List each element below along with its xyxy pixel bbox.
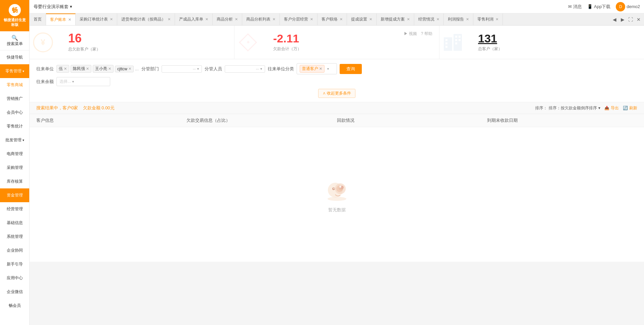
tab-product-analysis-close[interactable]: ✕ xyxy=(235,17,238,22)
sidebar-system-label: 系统管理 xyxy=(7,234,23,240)
tab-commission-settings[interactable]: 提成设置 ✕ xyxy=(347,13,377,25)
tab-close-all-btn[interactable]: ✕ xyxy=(635,16,642,23)
filter-tag-wang-remove[interactable]: ✕ xyxy=(108,67,111,71)
tab-retail-profit-close[interactable]: ✕ xyxy=(496,17,499,22)
tab-profit-report[interactable]: 利润报告 ✕ xyxy=(444,13,473,25)
sidebar-item-enterprise[interactable]: 企业协同 xyxy=(0,244,29,257)
tab-customer-tier-close[interactable]: ✕ xyxy=(310,17,313,22)
sidebar-app-center-label: 应用中心 xyxy=(7,275,23,281)
tab-new-commission-close[interactable]: ✕ xyxy=(407,17,410,22)
sidebar-item-retail-shop[interactable]: 零售商城 xyxy=(0,78,29,92)
sort-selector[interactable]: 排序： 排序：按欠款金额倒序排序 ▾ xyxy=(535,105,600,111)
sidebar-item-inventory[interactable]: 库存核算 xyxy=(0,175,29,188)
tab-new-commission[interactable]: 新增提成方案 ✕ xyxy=(377,13,414,25)
tab-profit-report-close[interactable]: ✕ xyxy=(466,17,469,22)
tab-product-analysis-list-close[interactable]: ✕ xyxy=(272,17,275,22)
message-label: 消息 xyxy=(573,4,582,10)
sidebar-item-fast-nav[interactable]: 快捷导航 xyxy=(0,50,29,64)
tab-product-analysis[interactable]: 商品分析 ✕ xyxy=(213,13,242,25)
tab-business-status[interactable]: 经营情况 ✕ xyxy=(414,13,444,25)
app-download-btn[interactable]: 📱 App下载 xyxy=(587,4,610,10)
results-bar: 搜索结果中，客户0家 欠款金额 0.00元 排序： 排序：按欠款金额倒序排序 ▾… xyxy=(30,102,644,114)
tab-expand-btn[interactable]: ⛶ xyxy=(627,16,634,23)
person-filter-label: 分管人员 xyxy=(205,66,222,72)
filter-tag-cjttcw-remove[interactable]: ✕ xyxy=(128,67,131,71)
table-header-debt-info: 欠款交易信息（占比） xyxy=(186,117,337,123)
svg-rect-8 xyxy=(445,46,447,48)
help-link[interactable]: ? 帮助 xyxy=(421,31,432,37)
tab-inbound-stats[interactable]: 进货单统计表（按商品） ✕ xyxy=(117,13,175,25)
sidebar-item-member[interactable]: 会员中心 xyxy=(0,106,29,119)
tab-commission-settings-close[interactable]: ✕ xyxy=(369,17,372,22)
tab-purchase-order-stats[interactable]: 采购订单统计表 ✕ xyxy=(76,13,117,25)
sidebar-item-finance[interactable]: 资金管理 xyxy=(0,188,29,202)
collapse-filter-btn[interactable]: ∧ 收起更多条件 xyxy=(318,89,355,98)
sidebar-item-system[interactable]: 系统管理 xyxy=(0,230,29,244)
message-btn[interactable]: ✉ 消息 xyxy=(568,4,582,10)
tab-product-inbound[interactable]: 产成品入库单 ✕ xyxy=(175,13,213,25)
tab-home[interactable]: 首页 xyxy=(30,13,46,25)
tab-inbound-stats-close[interactable]: ✕ xyxy=(168,17,171,22)
balance-select[interactable]: 选择... ▾ xyxy=(56,77,110,86)
sidebar-item-wechat[interactable]: 企业微信 xyxy=(0,285,29,299)
tab-scroll-right-btn[interactable]: ▶ xyxy=(619,16,626,23)
sidebar-item-marketing[interactable]: 营销推广 xyxy=(0,92,29,106)
table-header: 客户信息 欠款交易信息（占比） 回款情况 到期未收款日期 xyxy=(30,114,644,127)
sidebar-item-retail[interactable]: 零售管理 ▾ xyxy=(0,64,29,78)
query-button[interactable]: 查询 xyxy=(340,64,362,74)
svg-rect-13 xyxy=(459,39,461,41)
filter-more-btn[interactable]: ... xyxy=(135,66,139,71)
tab-business-status-close[interactable]: ✕ xyxy=(436,17,439,22)
empty-text: 暂无数据 xyxy=(328,207,346,213)
refresh-btn[interactable]: 🔄 刷新 xyxy=(623,105,637,111)
tab-customer-tier[interactable]: 客户分层经营 ✕ xyxy=(280,13,317,25)
unit-type-dropdown-arrow: ▾ xyxy=(327,67,329,71)
unit-type-tag-remove[interactable]: ✕ xyxy=(319,67,322,71)
filter-tag-wu-label: 伍 xyxy=(59,66,63,72)
filter-area: 往来单位 伍 ✕ 陈民强 ✕ 王小亮 ✕ cjttcw xyxy=(30,59,644,102)
svg-rect-12 xyxy=(459,36,461,38)
stat-total-customers: ¥ 16 总欠款客户（家） xyxy=(30,26,234,59)
tab-product-inbound-label: 产成品入库单 xyxy=(179,16,203,22)
svg-text:¥: ¥ xyxy=(41,38,45,47)
stat-debt-total-label: 欠款合计（万） xyxy=(273,46,301,52)
tab-product-analysis-list[interactable]: 商品分析列表 ✕ xyxy=(242,13,280,25)
sidebar-item-app-center[interactable]: 应用中心 xyxy=(0,271,29,285)
svg-rect-6 xyxy=(445,39,447,41)
topbar-right: ✉ 消息 📱 App下载 D demo2 xyxy=(568,2,640,11)
tab-customer-book-close[interactable]: ✕ xyxy=(68,17,71,22)
sidebar-item-wholesale[interactable]: 批发管理 ▾ xyxy=(0,133,29,147)
sidebar-item-base-info[interactable]: 基础信息 xyxy=(0,216,29,230)
dept-select[interactable]: ··· ▾ xyxy=(162,65,202,73)
video-link[interactable]: ▶ 视频 xyxy=(404,31,417,37)
tab-customer-contact[interactable]: 客户联络 ✕ xyxy=(317,13,347,25)
tab-customer-contact-close[interactable]: ✕ xyxy=(340,17,343,22)
user-profile-btn[interactable]: D demo2 xyxy=(616,2,640,11)
tab-scroll-left-btn[interactable]: ◀ xyxy=(611,16,618,23)
person-select[interactable]: ··· ▾ xyxy=(225,65,265,73)
sidebar-fast-nav-label: 快捷导航 xyxy=(7,55,23,60)
empty-illustration xyxy=(324,176,350,203)
tab-purchase-order-stats-label: 采购订单统计表 xyxy=(80,16,108,22)
sidebar-item-operations[interactable]: 经营管理 xyxy=(0,202,29,216)
filter-tag-wang: 王小亮 ✕ xyxy=(93,65,114,73)
sidebar-logo-text1: 畅捷通好生意 xyxy=(4,17,26,22)
tab-product-inbound-close[interactable]: ✕ xyxy=(205,17,208,22)
empty-state: 暂无数据 xyxy=(317,156,357,233)
tab-purchase-order-stats-close[interactable]: ✕ xyxy=(110,17,113,22)
export-btn[interactable]: 📤 导出 xyxy=(604,105,619,111)
tab-retail-profit[interactable]: 零售利润 ✕ xyxy=(473,13,503,25)
company-selector[interactable]: 母婴行业演示账套 ▾ xyxy=(34,4,72,10)
sidebar-item-purchase[interactable]: 采购管理 xyxy=(0,161,29,175)
filter-tag-chen-remove[interactable]: ✕ xyxy=(86,67,89,71)
sidebar-marketing-label: 营销推广 xyxy=(7,96,23,102)
sidebar-item-guide[interactable]: 新手引导 xyxy=(0,257,29,271)
sidebar-item-ecommerce[interactable]: 电商管理 xyxy=(0,147,29,161)
unit-type-select[interactable]: 普通客户 ✕ ▾ xyxy=(297,63,337,74)
sidebar-item-search[interactable]: 🔍 搜索菜单 xyxy=(0,31,29,50)
filter-tag-wu-remove[interactable]: ✕ xyxy=(64,67,67,71)
sidebar-item-vip[interactable]: 畅会员 xyxy=(0,299,29,313)
balance-placeholder: 选择... xyxy=(59,79,71,84)
sidebar-item-retail-stats[interactable]: 零售统计 xyxy=(0,119,29,133)
tab-customer-book[interactable]: 客户账本 ✕ xyxy=(46,13,76,25)
